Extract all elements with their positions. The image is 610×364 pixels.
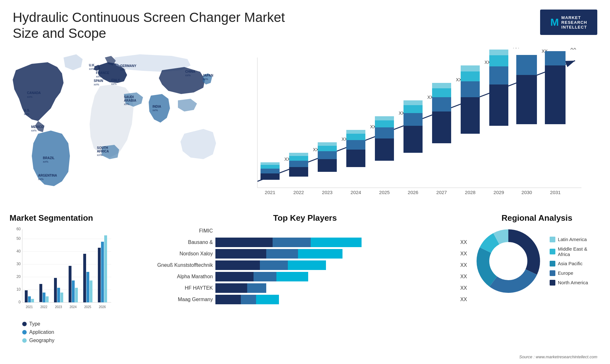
player-bar-mid-nordson [266,249,298,259]
svg-rect-25 [346,130,365,134]
svg-rect-43 [432,83,451,88]
svg-rect-98 [90,280,92,302]
segmentation-section: Market Segmentation 0 10 20 30 40 50 60 [10,213,137,350]
player-row-gneuss: Gneuß Kunststofftechnik XX [143,260,467,270]
svg-point-109 [491,244,526,279]
player-row-maag: Maag Germany XX [143,295,467,304]
donut-container: Latin America Middle East & Africa Asia … [473,226,600,296]
svg-text:2027: 2027 [436,190,447,195]
player-bar-light-nordson [298,249,342,259]
player-bar-bausano [215,238,455,247]
svg-rect-54 [489,55,508,66]
svg-rect-23 [346,140,365,150]
segmentation-chart: 0 10 20 30 40 50 60 2021 2022 [10,226,118,315]
germany-label: GERMANY [120,64,136,68]
svg-text:10: 10 [17,287,21,292]
logo-area: M MARKET RESEARCH INTELLECT [540,10,597,35]
page-header: Hydraulic Continuous Screen Changer Mark… [0,0,610,45]
argentina-value: xx% [38,178,44,181]
seg-geography-label: Geography [29,338,54,343]
svg-rect-30 [375,120,394,127]
india-label: INDIA [152,105,161,108]
italy-value: xx% [111,82,117,85]
middle-east-color [550,249,555,254]
svg-rect-47 [461,81,480,97]
player-bar-gneuss [215,260,455,270]
svg-text:XX: XX [570,48,576,51]
logo-m-icon: M [550,17,559,28]
svg-text:2029: 2029 [493,190,504,195]
saudi-value: xx% [124,103,129,106]
svg-rect-85 [43,293,45,302]
player-xx-gneuss: XX [460,262,467,268]
north-america-label: North America [558,280,588,285]
bar-chart-svg: 2021 XX 2022 XX 2023 XX 2024 XX [229,48,597,200]
svg-text:40: 40 [17,249,21,253]
svg-rect-6 [261,165,280,169]
japan-label: JAPAN [203,74,213,77]
spain-label: SPAIN [94,79,103,83]
svg-rect-100 [98,248,101,302]
player-bar-maag [215,295,455,304]
brazil-value: xx% [43,160,48,163]
player-xx-maag: XX [460,297,467,302]
player-bar-hf [215,283,455,293]
svg-text:2024: 2024 [70,305,77,309]
svg-rect-80 [25,290,28,302]
player-name-alpha: Alpha Marathon [143,274,213,280]
seg-application-label: Application [29,329,54,335]
europe-color [550,270,555,276]
player-bar-mid-maag [241,295,256,304]
latin-america-label: Latin America [558,237,587,242]
legend-europe: Europe [550,270,600,276]
donut-legend: Latin America Middle East & Africa Asia … [550,237,600,286]
segmentation-title: Market Segmentation [10,213,137,223]
svg-text:2030: 2030 [521,190,532,195]
svg-rect-19 [318,142,337,146]
bottom-section: Market Segmentation 0 10 20 30 40 50 60 [0,210,610,353]
player-name-bausano: Bausano & [143,239,213,245]
svg-rect-82 [31,299,34,302]
svg-rect-11 [289,161,308,167]
player-name-nordson: Nordson Xaloy [143,251,213,257]
safrica-label2: AFRICA [97,150,109,153]
china-label: CHINA [185,70,195,73]
player-bar-mid-gneuss [260,260,288,270]
player-bar-dark-bausano [215,238,273,247]
svg-text:30: 30 [17,262,21,266]
svg-rect-90 [60,293,63,302]
type-color-dot [22,322,27,326]
svg-text:XX: XX [513,48,519,49]
geography-color-dot [22,338,27,343]
legend-asia-pacific: Asia Pacific [550,261,600,266]
svg-rect-5 [261,169,280,173]
svg-rect-22 [346,150,365,167]
svg-rect-29 [375,127,394,138]
china-value: xx% [185,74,191,77]
svg-rect-16 [318,159,337,172]
svg-rect-89 [57,288,60,302]
svg-text:2022: 2022 [40,305,48,309]
legend-latin-america: Latin America [550,237,600,242]
svg-rect-18 [318,146,337,151]
svg-rect-86 [46,296,49,302]
latin-america-color [550,237,555,242]
svg-rect-53 [489,66,508,84]
player-bar-nordson [215,249,455,259]
mexico-label: MEXICO [31,125,44,129]
player-bar-dark-gneuss [215,260,260,270]
top-content: CANADA xx% U.S. xx% MEXICO xx% BRAZIL xx… [0,45,610,210]
player-bar-light-gneuss [288,260,326,270]
svg-text:2025: 2025 [379,190,390,195]
svg-rect-4 [261,173,280,180]
svg-rect-88 [54,278,57,302]
svg-text:2026: 2026 [99,305,106,309]
svg-rect-59 [516,55,537,75]
svg-text:2026: 2026 [408,190,418,195]
svg-text:2024: 2024 [350,190,361,195]
segmentation-legend: Type Application Geography [22,321,137,343]
player-name-maag: Maag Germany [143,297,213,302]
uk-label: U.K. [89,64,95,67]
svg-rect-94 [75,288,78,302]
logo-inner: M MARKET RESEARCH INTELLECT [550,15,587,30]
